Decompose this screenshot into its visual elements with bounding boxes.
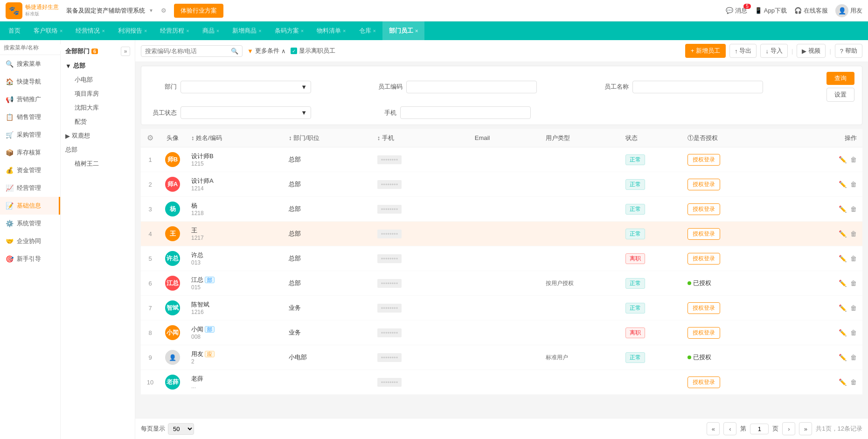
last-page-button[interactable]: » (799, 422, 812, 435)
edit-icon[interactable]: ✏️ (839, 354, 847, 361)
auth-login-button[interactable]: 授权登录 (687, 203, 720, 215)
query-button[interactable]: 查询 (826, 72, 854, 85)
dept-tree-sub: 小电部 项目库房 沈阳大库 配货 (61, 73, 135, 129)
tab-barcode[interactable]: 条码方案 × (268, 21, 310, 40)
trial-button[interactable]: 体验行业方案 (174, 4, 223, 18)
delete-icon[interactable]: 🗑 (850, 354, 857, 361)
tab-profit[interactable]: 利润报告 × (111, 21, 153, 40)
tab-bom[interactable]: 物料清单 × (310, 21, 352, 40)
phone-input[interactable] (400, 106, 531, 119)
edit-icon[interactable]: ✏️ (839, 304, 847, 312)
delete-icon[interactable]: 🗑 (850, 156, 857, 163)
dept-item-zhishu[interactable]: 植树王二 (75, 157, 135, 171)
sidebar-item-label: 资金管理 (17, 166, 41, 174)
settings-icon[interactable]: ⚙ (161, 7, 167, 14)
avatar-circle: 江总 (165, 276, 180, 291)
dept-item-shuangluxiang[interactable]: ▶ 双鹿想 (61, 129, 135, 143)
dept-item-shenyang[interactable]: 沈阳大库 (75, 101, 135, 115)
delete-icon[interactable]: 🗑 (850, 205, 857, 213)
delete-icon[interactable]: 🗑 (850, 181, 857, 188)
set-button[interactable]: 设置 (826, 88, 854, 102)
prev-page-button[interactable]: ‹ (723, 422, 736, 435)
show-resigned-checkbox[interactable] (291, 48, 297, 54)
delete-icon[interactable]: 🗑 (850, 255, 857, 262)
next-page-button[interactable]: › (782, 422, 795, 435)
edit-icon[interactable]: ✏️ (839, 279, 847, 287)
col-phone-header[interactable]: ↕ 手机 (372, 129, 469, 147)
edit-icon[interactable]: ✏️ (839, 205, 847, 213)
sidebar-item-finance[interactable]: 💰 资金管理 (0, 161, 60, 179)
app-download-button[interactable]: 📱 App下载 (755, 7, 787, 15)
edit-icon[interactable]: ✏️ (839, 255, 847, 262)
add-employee-button[interactable]: + 新增员工 (685, 44, 726, 58)
delete-icon[interactable]: 🗑 (850, 329, 857, 336)
first-page-button[interactable]: « (707, 422, 720, 435)
row-auth: 授权登录 (682, 296, 771, 321)
edit-icon[interactable]: ✏️ (839, 230, 847, 237)
tab-history[interactable]: 经营历程 × (153, 21, 195, 40)
user-area[interactable]: 👤 用友 (835, 4, 862, 17)
tab-add-goods[interactable]: 新增商品 × (226, 21, 268, 40)
col-dept-header[interactable]: ↕ 部门/职位 (283, 129, 372, 147)
dept-collapse-button[interactable]: » (121, 47, 130, 56)
import-button[interactable]: ↓ 导入 (760, 44, 788, 58)
message-button[interactable]: 💬 消息 5 (726, 7, 747, 15)
delete-icon[interactable]: 🗑 (850, 304, 857, 312)
edit-icon[interactable]: ✏️ (839, 181, 847, 188)
edit-icon[interactable]: ✏️ (839, 329, 847, 336)
dept-item-peiuo[interactable]: 配货 (75, 115, 135, 129)
dept-item-xiaodian[interactable]: 小电部 (75, 73, 135, 87)
tab-goods[interactable]: 商品 × (196, 21, 226, 40)
page-number-input[interactable] (750, 424, 769, 434)
auth-login-button[interactable]: 授权登录 (687, 253, 720, 265)
emp-code-input[interactable] (406, 81, 537, 93)
auth-login-button[interactable]: 授权登录 (687, 327, 720, 339)
help-button[interactable]: ? 帮助 (835, 44, 862, 58)
tab-operation[interactable]: 经营情况 × (69, 21, 111, 40)
sidebar-item-home[interactable]: 🏠 快捷导航 (0, 73, 60, 91)
auth-login-button[interactable]: 授权登录 (687, 179, 720, 190)
sidebar-item-sales[interactable]: 📋 销售管理 (0, 108, 60, 126)
sidebar-item-nav[interactable]: 🔍 搜索菜单 (0, 55, 60, 73)
online-service-button[interactable]: 🎧 在线客服 (794, 7, 828, 15)
edit-icon[interactable]: ✏️ (839, 378, 847, 386)
video-button[interactable]: ▶ 视频 (797, 44, 826, 58)
dept-tree-zongbu-parent[interactable]: ▼ 总部 (61, 59, 135, 73)
auth-login-button[interactable]: 授权登录 (687, 376, 720, 388)
edit-icon[interactable]: ✏️ (839, 156, 847, 163)
sidebar-item-biz[interactable]: 📈 经营管理 (0, 179, 60, 197)
emp-name-input[interactable] (632, 81, 763, 93)
export-button[interactable]: ↑ 导出 (729, 44, 757, 58)
table-settings-icon[interactable]: ⚙ (147, 134, 153, 142)
tab-customer[interactable]: 客户联络 × (27, 21, 69, 40)
sidebar-item-inventory[interactable]: 📦 库存核算 (0, 144, 60, 161)
show-resigned-wrap[interactable]: 显示离职员工 (291, 47, 335, 55)
sidebar-item-guide[interactable]: 🎯 新手引导 (0, 250, 60, 268)
col-name-header[interactable]: ↕ 姓名/编码 (186, 129, 283, 147)
sidebar-item-marketing[interactable]: 📢 营销推广 (0, 91, 60, 108)
status-select[interactable]: ▼ (181, 106, 311, 119)
delete-icon[interactable]: 🗑 (850, 378, 857, 386)
table-footer: 每页显示 50 100 200 « ‹ 第 页 › » 共1页，12条记录 (135, 418, 868, 439)
sidebar-item-system[interactable]: ⚙️ 系统管理 (0, 215, 60, 232)
tab-dept-staff[interactable]: 部门员工 × (382, 21, 424, 40)
more-filter-button[interactable]: ▼ 更多条件 ∧ (247, 47, 286, 55)
search-input[interactable] (145, 48, 229, 55)
dept-item-project[interactable]: 项目库房 (75, 87, 135, 101)
auth-login-button[interactable]: 授权登录 (687, 154, 720, 166)
filter-phone: 手机 (368, 106, 579, 119)
sidebar-item-purchase[interactable]: 🛒 采购管理 (0, 126, 60, 144)
avatar-circle: 许总 (165, 251, 180, 266)
delete-icon[interactable]: 🗑 (850, 279, 857, 287)
delete-icon[interactable]: 🗑 (850, 230, 857, 237)
dept-item-zongbu2[interactable]: 总部 (61, 143, 135, 157)
sidebar-item-collab[interactable]: 🤝 企业协同 (0, 232, 60, 250)
system-dropdown-icon[interactable]: ▼ (149, 8, 153, 13)
auth-login-button[interactable]: 授权登录 (687, 228, 720, 240)
sidebar-item-basic[interactable]: 📝 基础信息 (0, 197, 60, 215)
tab-warehouse[interactable]: 仓库 × (353, 21, 382, 40)
dept-select[interactable]: ▼ (181, 81, 311, 93)
tab-home[interactable]: 首页 (2, 21, 27, 40)
page-size-select[interactable]: 50 100 200 (168, 423, 194, 435)
auth-login-button[interactable]: 授权登录 (687, 302, 720, 314)
